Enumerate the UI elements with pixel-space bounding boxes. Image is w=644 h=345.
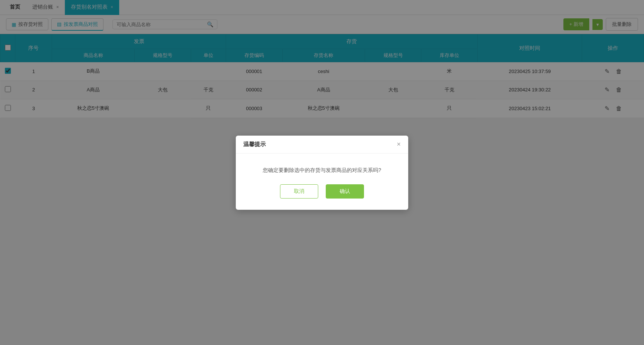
modal-overlay: 温馨提示 × 您确定要删除选中的存货与发票商品的对应关系吗? 取消 确认 bbox=[0, 0, 644, 118]
